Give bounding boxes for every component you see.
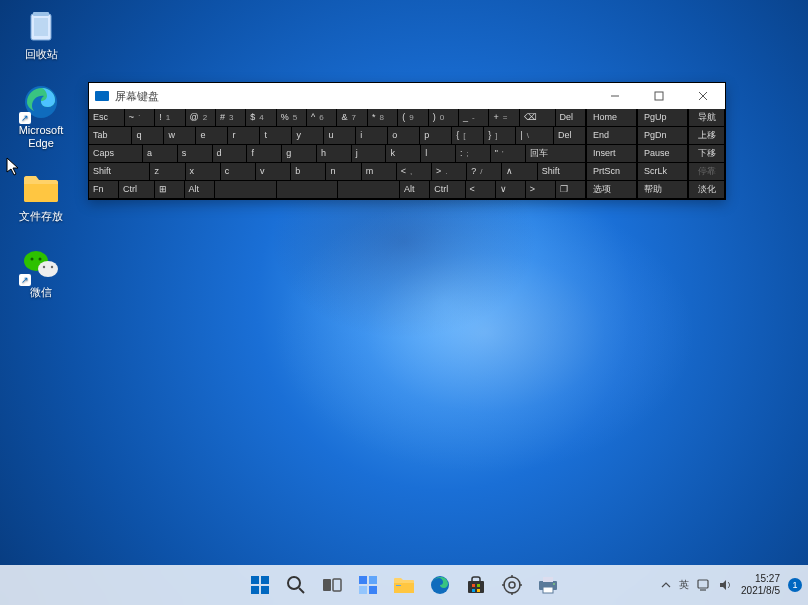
key-Alt[interactable]: Alt xyxy=(185,181,215,199)
key-v[interactable]: v xyxy=(256,163,291,181)
file-explorer-button[interactable] xyxy=(387,568,421,602)
key-+[interactable]: += xyxy=(489,109,519,127)
key-<[interactable]: < xyxy=(466,181,496,199)
key-o[interactable]: o xyxy=(388,127,420,145)
store-button[interactable] xyxy=(459,568,493,602)
ime-indicator[interactable]: 英 xyxy=(679,578,689,592)
tray-chevron-icon[interactable] xyxy=(661,580,671,590)
key-d[interactable]: d xyxy=(213,145,248,163)
key-帮助[interactable]: 帮助 xyxy=(638,181,688,199)
key-Home[interactable]: Home xyxy=(587,109,637,127)
edge-taskbar-button[interactable] xyxy=(423,568,457,602)
recycle-bin-icon[interactable]: 回收站 xyxy=(4,6,78,61)
key-?[interactable]: ?/ xyxy=(467,163,502,181)
key-Shift[interactable]: Shift xyxy=(538,163,586,181)
minimize-button[interactable] xyxy=(593,83,637,109)
key-j[interactable]: j xyxy=(352,145,387,163)
key-w[interactable]: w xyxy=(164,127,196,145)
key-![interactable]: !1 xyxy=(155,109,185,127)
printer-button[interactable] xyxy=(531,568,565,602)
key-k[interactable]: k xyxy=(386,145,421,163)
key-Pause[interactable]: Pause xyxy=(638,145,688,163)
key-([interactable]: (9 xyxy=(398,109,428,127)
key-Shift[interactable]: Shift xyxy=(89,163,150,181)
key-$[interactable]: $4 xyxy=(246,109,276,127)
key-%[interactable]: %5 xyxy=(277,109,307,127)
key-下移[interactable]: 下移 xyxy=(689,145,725,163)
key-i[interactable]: i xyxy=(356,127,388,145)
files-folder-icon[interactable]: 文件存放 xyxy=(4,168,78,223)
edge-browser-icon[interactable]: ↗ Microsoft Edge xyxy=(4,82,78,150)
volume-icon[interactable] xyxy=(719,579,733,591)
onscreen-keyboard-window[interactable]: 屏幕键盘 Esc~`!1@2#3$4%5^6&7*8(9)0_-+=⌫DelTa… xyxy=(88,82,726,200)
notification-badge[interactable]: 1 xyxy=(788,578,802,592)
search-button[interactable] xyxy=(279,568,313,602)
key-#[interactable]: #3 xyxy=(216,109,246,127)
taskbar[interactable]: 英 15:27 2021/8/5 1 xyxy=(0,565,808,605)
key-PgUp[interactable]: PgUp xyxy=(638,109,688,127)
key-Esc[interactable]: Esc xyxy=(89,109,125,127)
key-n[interactable]: n xyxy=(326,163,361,181)
start-button[interactable] xyxy=(243,568,277,602)
key-^[interactable]: ^6 xyxy=(307,109,337,127)
key->[interactable]: >. xyxy=(432,163,467,181)
key-Insert[interactable]: Insert xyxy=(587,145,637,163)
key-space[interactable] xyxy=(277,181,339,199)
key-:[interactable]: :; xyxy=(456,145,491,163)
titlebar[interactable]: 屏幕键盘 xyxy=(89,83,725,109)
key-Alt[interactable]: Alt xyxy=(400,181,430,199)
key-Caps[interactable]: Caps xyxy=(89,145,143,163)
key-∨[interactable]: ∨ xyxy=(496,181,526,199)
maximize-button[interactable] xyxy=(637,83,681,109)
key-space[interactable] xyxy=(215,181,277,199)
task-view-button[interactable] xyxy=(315,568,349,602)
key-Del[interactable]: Del xyxy=(556,109,586,127)
close-button[interactable] xyxy=(681,83,725,109)
key-End[interactable]: End xyxy=(587,127,637,145)
key-&[interactable]: &7 xyxy=(337,109,367,127)
key-)[interactable]: )0 xyxy=(429,109,459,127)
key->[interactable]: > xyxy=(526,181,556,199)
key-∧[interactable]: ∧ xyxy=(502,163,537,181)
key-|[interactable]: |\ xyxy=(516,127,554,145)
key-l[interactable]: l xyxy=(421,145,456,163)
key-"[interactable]: "' xyxy=(491,145,526,163)
key-❐[interactable]: ❐ xyxy=(556,181,586,199)
key-u[interactable]: u xyxy=(324,127,356,145)
key-⊞[interactable]: ⊞ xyxy=(155,181,185,199)
key-选项[interactable]: 选项 xyxy=(587,181,637,199)
key-e[interactable]: e xyxy=(196,127,228,145)
key-s[interactable]: s xyxy=(178,145,213,163)
key-ScrLk[interactable]: ScrLk xyxy=(638,163,688,181)
key-b[interactable]: b xyxy=(291,163,326,181)
key-space[interactable] xyxy=(338,181,400,199)
key-c[interactable]: c xyxy=(221,163,256,181)
key-@[interactable]: @2 xyxy=(186,109,216,127)
desktop[interactable]: 回收站 ↗ Microsoft Edge 文件存放 ↗ 微信 屏幕键盘 Esc~… xyxy=(0,0,808,605)
key-导航[interactable]: 导航 xyxy=(689,109,725,127)
key-_[interactable]: _- xyxy=(459,109,489,127)
key-r[interactable]: r xyxy=(228,127,260,145)
key-a[interactable]: a xyxy=(143,145,178,163)
key-Tab[interactable]: Tab xyxy=(89,127,132,145)
key-p[interactable]: p xyxy=(420,127,452,145)
widgets-button[interactable] xyxy=(351,568,385,602)
key-{[interactable]: {[ xyxy=(452,127,484,145)
key-淡化[interactable]: 淡化 xyxy=(689,181,725,199)
network-icon[interactable] xyxy=(697,579,711,591)
key-f[interactable]: f xyxy=(247,145,282,163)
key-Ctrl[interactable]: Ctrl xyxy=(119,181,154,199)
key-y[interactable]: y xyxy=(292,127,324,145)
wechat-icon[interactable]: ↗ 微信 xyxy=(4,244,78,299)
key-PgDn[interactable]: PgDn xyxy=(638,127,688,145)
key-}[interactable]: }] xyxy=(484,127,516,145)
key-回车[interactable]: 回车 xyxy=(526,145,587,163)
settings-button[interactable] xyxy=(495,568,529,602)
key-g[interactable]: g xyxy=(282,145,317,163)
key-~[interactable]: ~` xyxy=(125,109,155,127)
key-Ctrl[interactable]: Ctrl xyxy=(430,181,465,199)
key-PrtScn[interactable]: PrtScn xyxy=(587,163,637,181)
key-停靠[interactable]: 停靠 xyxy=(689,163,725,181)
key-q[interactable]: q xyxy=(132,127,164,145)
key-m[interactable]: m xyxy=(362,163,397,181)
